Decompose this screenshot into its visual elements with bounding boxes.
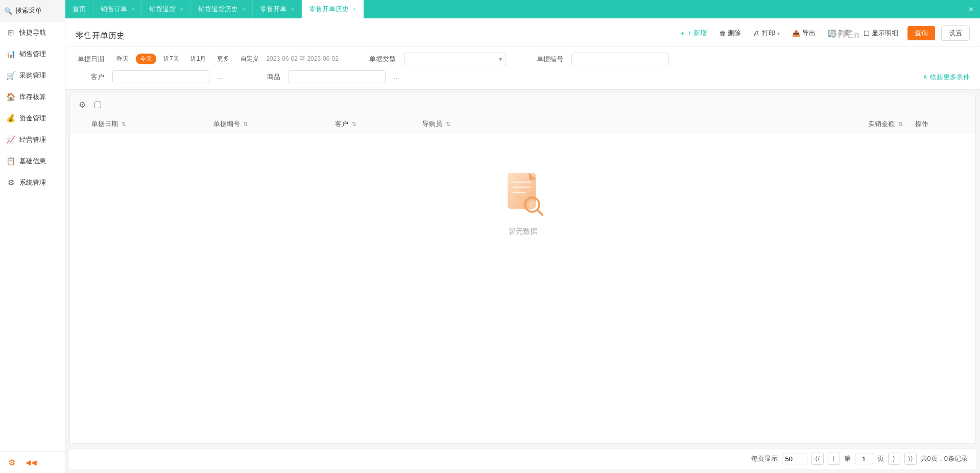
page-number-input[interactable]	[855, 454, 873, 464]
sidebar-item-basic-info[interactable]: 📋 基础信息	[0, 151, 65, 172]
empty-state: 暂无数据	[76, 137, 969, 257]
tab-sales-return-history[interactable]: 销货退货历史 ×	[191, 0, 253, 18]
date-btn-custom[interactable]: 自定义	[236, 54, 263, 64]
tab-home-label: 首页	[73, 5, 86, 14]
doc-type-select-wrapper	[404, 53, 506, 65]
tab-home[interactable]: 首页	[65, 0, 93, 18]
customer-input[interactable]	[112, 70, 209, 83]
toolbar: ＋ + 新增 🗑 删除 🖨 打印 ▾ 📤 导出 🔄	[676, 26, 970, 46]
th-no-sort: ⇅	[243, 121, 248, 127]
th-customer[interactable]: 客户 ⇅	[329, 115, 416, 133]
th-checkbox	[70, 115, 85, 133]
tab-retail-open-label: 零售开单	[260, 5, 286, 14]
th-date[interactable]: 单据日期 ⇅	[85, 115, 207, 133]
date-btn-1month[interactable]: 近1月	[186, 54, 210, 64]
collapse-label: 收起更多条件	[930, 72, 970, 82]
filter-area: 单据日期 昨天 今天 近7天 近1月 更多 自定义 2023-06-02 至 2…	[65, 46, 980, 90]
per-page-label: 每页显示	[751, 454, 778, 463]
last-page-btn[interactable]: ⟩⟩	[904, 453, 917, 465]
empty-illustration	[497, 168, 548, 219]
product-input[interactable]	[289, 70, 386, 83]
content: 零售开单历史 ＋ + 新增 🗑 删除 🖨 打印 ▾ 📤 导出	[65, 18, 980, 473]
delete-icon: 🗑	[719, 30, 726, 37]
sidebar-nav: ⊞ 快捷导航 📊 销售管理 🛒 采购管理 🏠 库存核算 💰 资金管理 📈 经营管…	[0, 22, 65, 451]
cart-icon: 🛒	[6, 71, 15, 80]
sidebar-footer: ⚙ ◀◀	[0, 451, 65, 473]
home-icon: 🏠	[6, 92, 15, 102]
tab-sales-order[interactable]: 销售订单 ×	[93, 0, 142, 18]
tab-sales-return-history-close[interactable]: ×	[242, 6, 245, 12]
select-all-checkbox[interactable]	[94, 102, 101, 108]
tab-retail-open-close[interactable]: ×	[291, 6, 294, 12]
th-guide[interactable]: 导购员 ⇅	[416, 115, 521, 133]
sidebar-item-label: 采购管理	[19, 71, 46, 80]
date-btn-more[interactable]: 更多	[213, 54, 233, 64]
tab-sales-order-close[interactable]: ×	[131, 6, 134, 12]
sidebar-item-sys-mgmt[interactable]: ⚙ 系统管理	[0, 172, 65, 193]
th-spacer	[521, 115, 787, 133]
tab-retail-open-history-close[interactable]: ×	[353, 6, 356, 12]
svg-line-7	[537, 210, 542, 215]
export-button[interactable]: 📤 导出	[789, 27, 819, 40]
window-close-icon[interactable]: ✕	[968, 6, 974, 13]
svg-point-6	[528, 201, 536, 209]
delete-label: 删除	[728, 29, 741, 38]
settings-footer-icon[interactable]: ⚙	[6, 457, 17, 468]
refresh-icon: 🔄	[828, 30, 836, 37]
collapse-button[interactable]: ∧ 收起更多条件	[923, 72, 970, 82]
finance-icon: 💰	[6, 114, 15, 123]
product-dots[interactable]: ...	[394, 73, 399, 81]
table-toolbar: ⚙	[70, 94, 975, 115]
doc-no-input[interactable]	[571, 53, 668, 65]
customer-dots[interactable]: ...	[218, 73, 223, 81]
page-label-after: 页	[877, 454, 884, 463]
table-settings-icon[interactable]: ⚙	[75, 97, 89, 112]
add-button[interactable]: ＋ + 新增	[676, 27, 710, 40]
delete-button[interactable]: 🗑 删除	[716, 27, 744, 40]
tab-sales-return-close[interactable]: ×	[180, 6, 183, 12]
tab-retail-open-history-label: 零售开单历史	[309, 5, 349, 14]
tab-sales-return-history-label: 销货退货历史	[198, 5, 238, 14]
first-page-btn[interactable]: ⟨⟨	[811, 453, 824, 465]
sidebar-item-finance[interactable]: 💰 资金管理	[0, 108, 65, 129]
display-detail-button[interactable]: ☐ 显示明细	[861, 27, 901, 40]
th-no[interactable]: 单据编号 ⇅	[207, 115, 329, 133]
settings-button[interactable]: 设置	[941, 26, 970, 41]
date-btn-today[interactable]: 今天	[136, 54, 156, 64]
sidebar-item-sales-mgmt[interactable]: 📊 销售管理	[0, 43, 65, 65]
date-range-text: 2023-06-02 至 2023-06-02	[266, 55, 338, 63]
query-label: 查询	[915, 29, 928, 38]
date-btn-yesterday[interactable]: 昨天	[112, 54, 133, 64]
doc-type-select[interactable]	[404, 53, 506, 65]
next-page-btn[interactable]: ⟩	[888, 453, 900, 465]
prev-page-btn[interactable]: ⟨	[828, 453, 840, 465]
print-button[interactable]: 🖨 打印 ▾	[750, 27, 783, 40]
chart-icon: 📊	[6, 49, 15, 59]
collapse-sidebar-icon[interactable]: ◀◀	[26, 457, 37, 468]
chevron-up-icon: ∧	[923, 73, 928, 81]
export-label: 导出	[802, 29, 816, 38]
th-date-sort: ⇅	[122, 121, 126, 127]
search-icon: 🔍	[4, 7, 12, 15]
date-btn-7days[interactable]: 近7天	[159, 54, 183, 64]
settings-label: 设置	[949, 29, 962, 38]
tab-sales-return[interactable]: 销货退货 ×	[142, 0, 190, 18]
per-page-select[interactable]: 50 20 100	[782, 454, 807, 464]
data-table: 单据日期 ⇅ 单据编号 ⇅ 客户 ⇅ 导购员 ⇅	[70, 115, 975, 261]
th-amount-label: 实销金额	[868, 120, 895, 128]
query-button[interactable]: 查询	[907, 26, 935, 40]
sidebar-item-label: 库存核算	[19, 92, 46, 102]
sidebar-search[interactable]: 🔍 搜索采单	[0, 0, 65, 22]
tab-retail-open[interactable]: 零售开单 ×	[253, 0, 301, 18]
product-label: 商品	[252, 72, 280, 82]
tab-sales-return-label: 销货退货	[149, 5, 176, 14]
th-guide-sort: ⇅	[446, 121, 450, 127]
th-amount[interactable]: 实销金额 ⇅	[787, 115, 909, 133]
tab-retail-open-history[interactable]: 零售开单历史 ×	[302, 0, 364, 18]
refresh-button[interactable]: 🔄 刷新	[825, 27, 854, 40]
sidebar-item-purchase-mgmt[interactable]: 🛒 采购管理	[0, 65, 65, 86]
sidebar-item-quick-nav[interactable]: ⊞ 快捷导航	[0, 22, 65, 43]
grid-icon: ⊞	[6, 28, 15, 37]
sidebar-item-inventory[interactable]: 🏠 库存核算	[0, 86, 65, 108]
sidebar-item-operations[interactable]: 📈 经营管理	[0, 129, 65, 151]
